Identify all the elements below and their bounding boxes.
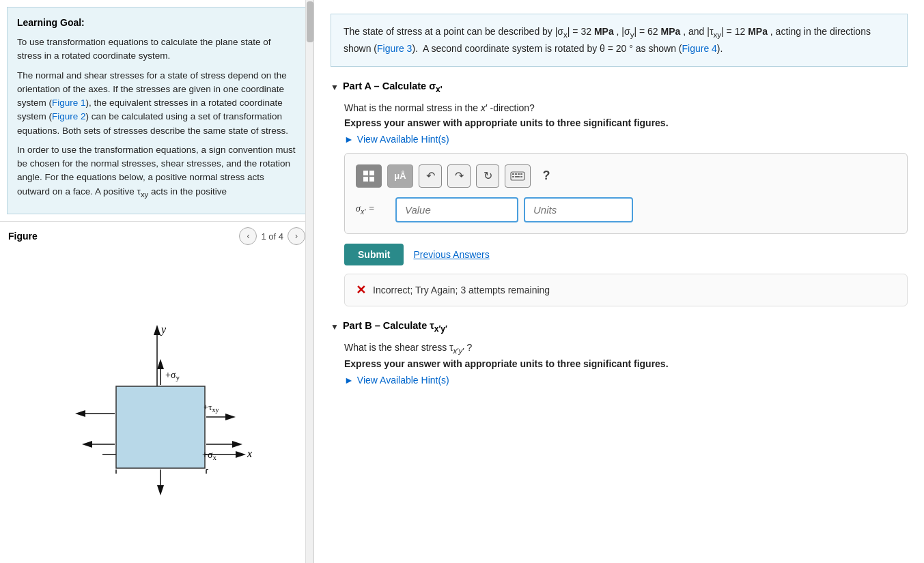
sigma-y-label: +σy <box>165 370 180 381</box>
part-b-hint-link[interactable]: ► View Available Hint(s) <box>331 375 908 386</box>
grid-icon <box>362 169 376 183</box>
tau-xy-right-arrow <box>225 414 236 420</box>
part-b-header: ▼ Part B – Calculate τx′y′ <box>331 320 908 334</box>
svg-rect-18 <box>518 173 520 175</box>
figure1-link[interactable]: Figure 1 <box>52 98 86 108</box>
figure-nav: ‹ 1 of 4 › <box>239 227 305 245</box>
part-b-section: ▼ Part B – Calculate τx′y′ What is the s… <box>331 320 908 386</box>
part-b-question: What is the shear stress τx′y′ ? <box>331 342 908 355</box>
undo-btn[interactable]: ↶ <box>419 164 442 188</box>
sigma-x-right-arrow <box>232 441 242 448</box>
part-b-label: Part B – Calculate τx′y′ <box>343 320 447 334</box>
svg-rect-20 <box>512 176 514 177</box>
answer-box: μÅ ↶ ↷ ↻ ? <box>344 153 908 234</box>
learning-goal-p1: To use transformation equations to calcu… <box>17 35 296 63</box>
svg-rect-22 <box>520 176 522 177</box>
learning-goal-box: Learning Goal: To use transformation equ… <box>7 7 307 214</box>
submit-row: Submit Previous Answers <box>344 244 908 265</box>
part-a-desc: Calculate σx' <box>382 81 443 91</box>
learning-goal-p3: In order to use the transformation equat… <box>17 143 296 200</box>
problem-description: The state of stress at a point can be de… <box>331 14 908 67</box>
submit-btn[interactable]: Submit <box>344 244 404 265</box>
toolbar: μÅ ↶ ↷ ↻ ? <box>356 164 896 188</box>
learning-goal-p2: The normal and shear stresses for a stat… <box>17 69 296 138</box>
svg-rect-21 <box>515 176 520 177</box>
right-panel: The state of stress at a point can be de… <box>314 0 924 563</box>
input-row: σx′ = <box>356 197 896 222</box>
svg-rect-19 <box>520 173 522 175</box>
keyboard-icon <box>510 171 525 181</box>
figure4-link[interactable]: Figure 4 <box>682 43 716 54</box>
figure-count: 1 of 4 <box>261 231 283 242</box>
figure-canvas: y x +σy +τxy +σx <box>0 250 313 563</box>
mu-btn[interactable]: μÅ <box>387 164 413 188</box>
left-panel: Learning Goal: To use transformation equ… <box>0 0 314 563</box>
svg-rect-12 <box>369 171 374 175</box>
error-message: Incorrect; Try Again; 3 attempts remaini… <box>373 285 550 295</box>
figure3-link[interactable]: Figure 3 <box>377 43 412 54</box>
y-axis-label: y <box>160 323 167 336</box>
part-b-instruction: Express your answer with appropriate uni… <box>331 358 908 369</box>
units-input[interactable] <box>524 197 633 222</box>
scrollbar-thumb[interactable] <box>307 1 313 42</box>
sigma-y-bottom-arrow <box>157 485 164 495</box>
stress-diagram-svg: y x +σy +τxy +σx <box>27 298 287 516</box>
prev-answers-link[interactable]: Previous Answers <box>413 249 489 260</box>
sigma-x-left-arrow <box>82 441 92 448</box>
svg-rect-13 <box>363 177 368 182</box>
hint-b-arrow: ► <box>344 375 354 386</box>
error-icon: ✕ <box>356 283 366 298</box>
hint-b-text: View Available Hint(s) <box>357 375 449 386</box>
scrollbar-track[interactable] <box>305 0 313 563</box>
y-axis-arrow <box>154 325 160 335</box>
svg-rect-14 <box>369 177 374 182</box>
figure-prev-btn[interactable]: ‹ <box>239 227 257 245</box>
x-axis-label: x <box>247 448 252 459</box>
part-b-desc: Calculate τx′y′ <box>383 320 447 331</box>
svg-rect-17 <box>515 173 517 175</box>
sigma-x-label: +σx <box>202 450 216 461</box>
refresh-btn[interactable]: ↻ <box>476 164 499 188</box>
figure-next-btn[interactable]: › <box>288 227 305 245</box>
tau-xy-label: +τxy <box>204 402 219 414</box>
part-a-header: ▼ Part A – Calculate σx' <box>331 81 908 94</box>
problem-text: The state of stress at a point can be de… <box>344 26 871 54</box>
figure-header: Figure ‹ 1 of 4 › <box>0 221 313 250</box>
figure2-link[interactable]: Figure 2 <box>52 111 86 121</box>
svg-rect-16 <box>512 173 514 175</box>
part-a-hint-link[interactable]: ► View Available Hint(s) <box>331 134 908 145</box>
svg-rect-11 <box>363 171 368 175</box>
redo-btn[interactable]: ↷ <box>447 164 471 188</box>
hint-arrow: ► <box>344 134 354 145</box>
x-axis-arrow <box>236 451 246 458</box>
part-a-question: What is the normal stress in the x′ -dir… <box>331 102 908 113</box>
part-a-toggle[interactable]: ▼ <box>331 83 339 92</box>
tau-xy-left-arrow <box>75 410 85 417</box>
part-b-toggle[interactable]: ▼ <box>331 322 339 332</box>
hint-text: View Available Hint(s) <box>357 134 449 145</box>
value-input[interactable] <box>395 197 518 222</box>
help-btn[interactable]: ? <box>536 166 557 186</box>
part-a-section: ▼ Part A – Calculate σx' What is the nor… <box>331 81 908 306</box>
error-box: ✕ Incorrect; Try Again; 3 attempts remai… <box>344 274 908 306</box>
sigma-x-prime-label: σx′ = <box>356 203 390 216</box>
grid-btn[interactable] <box>356 164 382 188</box>
sigma-y-top-arrow <box>157 359 164 369</box>
part-a-label: Part A – Calculate σx' <box>343 81 443 94</box>
keyboard-btn[interactable] <box>505 164 531 188</box>
part-a-instruction: Express your answer with appropriate uni… <box>331 117 908 128</box>
learning-goal-title: Learning Goal: <box>17 16 296 30</box>
figure-title: Figure <box>8 231 38 242</box>
stress-element <box>116 386 205 468</box>
